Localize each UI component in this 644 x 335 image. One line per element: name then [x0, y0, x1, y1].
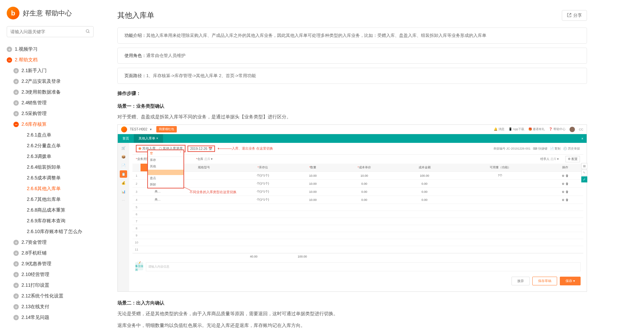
ss-side-box-icon: 📦	[120, 153, 127, 160]
search-wrap	[7, 26, 100, 37]
ss-notify-icon: 🔔 消息	[494, 127, 504, 131]
brand-text: 好生意 帮助中心	[23, 9, 72, 18]
ss-invite-icon: 🎁 邀请有礼	[528, 127, 545, 131]
nav-2-10[interactable]: 2.10经营管理	[7, 269, 100, 280]
scene2-body1: 无论是受赠，还是其他类型的业务，由于入库商品质量等原因，需要退回，这时可通过单据…	[117, 310, 587, 318]
embedded-screenshot: TEST-H002 ▾ 我要领红包 🔔 消息 📱 App下载 🎁 邀请有礼 ❓ …	[117, 124, 587, 292]
ss-tool-2-icon: ✎	[581, 170, 587, 176]
ss-footer: 放弃 保存草稿 保存 ▾	[132, 274, 583, 288]
ss-side-wallet-icon: 💰	[120, 179, 127, 186]
ss-grid: 单人规格型号 *库存位 *数量 *成本单价 成本金额可用量（功能）操作 1典…个…	[132, 164, 583, 253]
ss-sidebar: 🛒 📦 📄 📋 💰 📊 ⋯	[118, 143, 129, 291]
nav-video[interactable]: 1.视频学习	[7, 44, 100, 55]
ss-env: TEST-H002	[130, 127, 147, 131]
ss-draft-button: 保存草稿	[532, 277, 557, 285]
remark-input: 请输入内容信息	[146, 262, 581, 271]
nav-help-docs[interactable]: 2.帮助文档	[7, 55, 100, 65]
ss-right-tools: ▦ ✎ ⤢	[581, 163, 587, 182]
brand-logo: b 好生意 帮助中心	[7, 7, 100, 19]
chevron-down-icon: ▾	[150, 127, 152, 131]
nav-2-6-8[interactable]: 2.6.8商品成本重算	[7, 205, 100, 216]
nav-2-5[interactable]: 2.5采购管理	[7, 108, 100, 119]
close-icon: ×	[578, 135, 587, 143]
ss-totals: 40.00 100.00	[132, 253, 583, 260]
ss-promo-tag: 我要领红包	[156, 126, 177, 132]
remark-icon: 📝备注信息	[135, 262, 143, 270]
annotation-1: 入库、退出业务 在这里切换	[218, 146, 273, 151]
scene2-body2: 退库业务中，明细数量均以负值红色展示。无论是入库还是退库，库存账均记在入库方向。	[117, 321, 587, 330]
nav-2-14[interactable]: 2.14常见问题	[7, 312, 100, 323]
nav-2-9[interactable]: 2.9优惠券管理	[7, 259, 100, 269]
nav-2-6-4[interactable]: 2.6.4组装拆卸单	[7, 162, 100, 173]
search-icon[interactable]	[86, 29, 90, 35]
role-label: 使用角色：	[124, 53, 146, 58]
nav-2-6-2[interactable]: 2.6.2分量盘点单	[7, 141, 100, 151]
path-text: 1、库存核算->库存管理->其他入库单 2、首页->常用功能	[146, 73, 256, 78]
annotation-2: 不同业务的入库类型在这里切换	[190, 190, 236, 194]
ss-doc-no: 单据编号 JC-20191226-001	[493, 147, 531, 151]
ss-tab-current: 其他入库单 ×	[134, 134, 163, 143]
ss-side-cart-icon: 🛒	[120, 144, 127, 152]
sidebar: b 好生意 帮助中心 1.视频学习 2.帮助文档 2.1新手入门 2.2产品安装…	[0, 0, 101, 335]
scene1-title: 场景一：业务类型确认	[117, 103, 587, 109]
ss-remark: 📝备注信息 请输入内容信息	[132, 260, 583, 274]
path-box: 页面路径：1、库存核算->库存管理->其他入库单 2、首页->常用功能	[117, 68, 587, 84]
nav-2-8[interactable]: 2.8手机旺铺	[7, 248, 100, 259]
svg-line-1	[89, 32, 90, 33]
ss-copy: 📄 复制	[550, 147, 561, 151]
nav-2-6-5[interactable]: 2.6.5成本调整单	[7, 173, 100, 183]
ss-header-fields: *业务类型 空˄ 库存 其他 盘点 拆卸 *仓库 总库 ▾ 经手人 总库 ▾	[132, 155, 583, 164]
ss-tool-1-icon: ▦	[581, 163, 587, 169]
nav-2-13[interactable]: 2.13在线支付	[7, 301, 100, 312]
ss-biztype-dropdown: 空˄ 库存 其他 盘点 拆卸	[147, 150, 184, 188]
page-header: 其他入库单 分享	[117, 10, 587, 21]
nav-2-6-3[interactable]: 2.6.3调拨单	[7, 151, 100, 162]
nav-2-7[interactable]: 2.7资金管理	[7, 237, 100, 248]
gear-icon: ⚙ 配置	[566, 156, 580, 162]
nav-2-4[interactable]: 2.4销售管理	[7, 98, 100, 108]
nav-2-6[interactable]: 2.6库存核算	[7, 119, 100, 130]
brand-icon: b	[7, 7, 19, 19]
share-icon	[567, 13, 572, 18]
ss-form-area: 其他入库 其他入库退库 2019-12-26 📅 入库、退出业务 在这里切换 单…	[129, 143, 587, 291]
ss-cancel-button: 放弃	[512, 277, 530, 285]
page-title: 其他入库单	[117, 10, 154, 20]
ss-username: CC	[579, 128, 583, 131]
nav-2-2[interactable]: 2.2产品安装及登录	[7, 76, 100, 87]
ss-logo-icon	[121, 126, 127, 132]
role-text: 通常由仓管人员维护	[146, 53, 185, 58]
nav-2-6-6[interactable]: 2.6.6其他入库单	[7, 183, 100, 194]
ss-side-more-icon: ⋯	[120, 197, 127, 204]
ss-side-chart-icon: 📊	[120, 188, 127, 195]
nav-2-1[interactable]: 2.1新手入门	[7, 65, 100, 76]
ss-save-button: 保存 ▾	[560, 277, 581, 285]
ss-app-icon: 📱 App下载	[508, 127, 524, 131]
nav-2-6-1[interactable]: 2.6.1盘点单	[7, 130, 100, 141]
ss-toolbar: 其他入库 其他入库退库 2019-12-26 📅 入库、退出业务 在这里切换 单…	[132, 143, 583, 155]
ss-avatar	[570, 127, 575, 132]
ss-history: 🕘 历史单据	[563, 147, 580, 151]
intro-box: 功能介绍：其他入库单用来处理除采购入库、产成品入库之外的其他入库业务，因此其他入…	[117, 27, 587, 44]
intro-text: 其他入库单用来处理除采购入库、产成品入库之外的其他入库业务，因此其他入库单可处理…	[146, 33, 486, 38]
scene1-body: 对于受赠、盘盈或是拆装入库等不同的业务，是通过单据头【业务类型】进行区分。	[117, 113, 587, 121]
ss-hotkey: ⌨ 快捷键	[533, 147, 547, 151]
intro-label: 功能介绍：	[124, 33, 146, 38]
nav-2-12[interactable]: 2.12系统个性化设置	[7, 291, 100, 301]
nav-2-6-7[interactable]: 2.6.7其他出库单	[7, 194, 100, 205]
ss-tool-3-icon: ⤢	[581, 176, 587, 182]
ss-date: 2019-12-26 📅	[187, 146, 215, 152]
ss-side-active-icon: 📋	[120, 170, 127, 178]
nav-2-11[interactable]: 2.11打印设置	[7, 280, 100, 291]
search-input[interactable]	[7, 26, 94, 37]
nav-2-6-9[interactable]: 2.6.9库存账本查询	[7, 216, 100, 226]
role-box: 使用角色：通常由仓管人员维护	[117, 48, 587, 64]
ss-titlebar: TEST-H002 ▾ 我要领红包 🔔 消息 📱 App下载 🎁 邀请有礼 ❓ …	[118, 125, 587, 134]
ss-side-doc-icon: 📄	[120, 162, 127, 169]
share-label: 分享	[573, 12, 582, 18]
nav-2-3[interactable]: 2.3使用前数据准备	[7, 87, 100, 98]
nav-tree: 1.视频学习 2.帮助文档 2.1新手入门 2.2产品安装及登录 2.3使用前数…	[7, 44, 100, 323]
path-label: 页面路径：	[124, 73, 146, 78]
nav-2-6-10[interactable]: 2.6.10库存账本错了怎么办	[7, 226, 100, 237]
main-content: 其他入库单 分享 功能介绍：其他入库单用来处理除采购入库、产成品入库之外的其他入…	[101, 0, 604, 335]
share-button[interactable]: 分享	[562, 10, 587, 21]
